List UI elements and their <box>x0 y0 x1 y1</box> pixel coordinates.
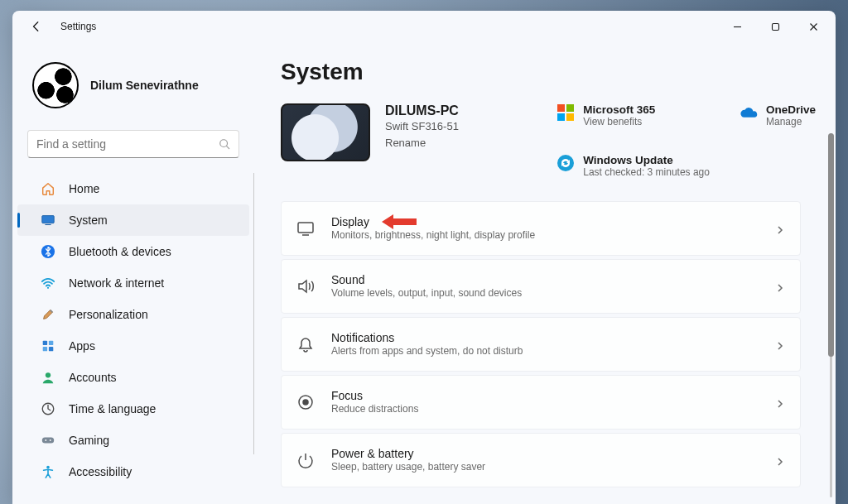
svg-point-1 <box>220 140 228 147</box>
main-scrollbar-thumb[interactable] <box>828 133 834 357</box>
svg-rect-16 <box>557 104 565 112</box>
device-thumbnail[interactable] <box>281 103 370 161</box>
svg-point-23 <box>303 400 308 405</box>
profile-block[interactable]: Dilum Senevirathne <box>12 46 254 127</box>
back-button[interactable] <box>22 12 51 41</box>
device-name: DILUMS-PC <box>385 103 509 118</box>
onedrive-icon <box>740 103 758 122</box>
svg-rect-8 <box>43 347 47 351</box>
sidebar-item-label: Accessibility <box>69 465 132 478</box>
device-model: Swift SF316-51 <box>385 118 509 135</box>
sidebar-item-accessibility[interactable]: Accessibility <box>17 456 249 487</box>
svg-rect-12 <box>42 437 54 443</box>
svg-rect-9 <box>49 347 53 351</box>
focus-icon <box>296 393 315 411</box>
sidebar-item-label: Accounts <box>69 371 117 384</box>
card-display[interactable]: Display Monitors, brightness, night ligh… <box>281 201 801 256</box>
close-button[interactable] <box>794 11 832 42</box>
svg-rect-6 <box>43 341 47 345</box>
sidebar-item-label: Personalization <box>69 308 148 321</box>
card-title: Display <box>331 215 759 228</box>
card-title: Power & battery <box>331 447 759 460</box>
sidebar-item-home[interactable]: Home <box>17 173 249 204</box>
notifications-icon <box>296 335 315 353</box>
profile-name: Dilum Senevirathne <box>90 79 199 92</box>
sidebar-item-network[interactable]: Network & internet <box>17 267 249 299</box>
search-icon <box>219 138 230 150</box>
bluetooth-icon <box>41 244 55 259</box>
card-sub: Monitors, brightness, night light, displ… <box>331 228 759 242</box>
search-box[interactable] <box>27 130 239 158</box>
search-input[interactable] <box>36 137 212 151</box>
chevron-right-icon <box>775 281 785 291</box>
window-title: Settings <box>60 21 96 32</box>
device-text: DILUMS-PC Swift SF316-51 Rename <box>385 103 509 151</box>
card-title: Focus <box>331 389 759 402</box>
windows-update-link[interactable]: Windows Update Last checked: 3 minutes a… <box>556 154 710 178</box>
sidebar-item-personalization[interactable]: Personalization <box>17 299 249 330</box>
card-sub: Alerts from apps and system, do not dist… <box>331 344 759 358</box>
arrow-left-icon <box>31 21 42 32</box>
card-focus[interactable]: Focus Reduce distractions <box>281 375 801 430</box>
onedrive-link[interactable]: OneDrive Manage <box>740 103 816 178</box>
window-controls <box>718 11 832 42</box>
network-icon <box>41 276 55 290</box>
avatar <box>32 62 79 108</box>
card-notifications[interactable]: Notifications Alerts from apps and syste… <box>281 317 801 372</box>
chevron-right-icon <box>775 397 785 407</box>
time-icon <box>41 401 55 416</box>
svg-rect-21 <box>298 223 313 233</box>
minimize-icon <box>733 22 742 31</box>
svg-point-13 <box>45 439 46 441</box>
sidebar-item-gaming[interactable]: Gaming <box>17 425 249 456</box>
card-sub: Reduce distractions <box>331 402 759 416</box>
maximize-button[interactable] <box>756 11 794 42</box>
sidebar-item-time[interactable]: Time & language <box>17 393 249 425</box>
gaming-icon <box>41 433 55 448</box>
promo-title: Windows Update <box>583 154 710 166</box>
maximize-icon <box>771 22 780 31</box>
promo-sub[interactable]: Manage <box>766 116 816 127</box>
sidebar: Dilum Senevirathne Home System Bluet <box>12 42 254 504</box>
sidebar-item-accounts[interactable]: Accounts <box>17 362 249 393</box>
settings-window: Settings Dilum Senevirathne Home <box>12 11 836 504</box>
ms365-icon <box>556 103 575 122</box>
card-sound[interactable]: Sound Volume levels, output, input, soun… <box>281 259 801 314</box>
page-title: System <box>281 59 816 85</box>
svg-rect-18 <box>557 113 565 121</box>
sidebar-item-system[interactable]: System <box>17 204 249 236</box>
close-icon <box>809 22 818 31</box>
sidebar-item-apps[interactable]: Apps <box>17 330 249 362</box>
accounts-icon <box>41 370 55 385</box>
power-icon <box>296 451 315 469</box>
chevron-right-icon <box>775 223 785 233</box>
ms365-link[interactable]: Microsoft 365 View benefits <box>556 103 710 127</box>
svg-rect-19 <box>566 113 574 121</box>
device-info-row: DILUMS-PC Swift SF316-51 Rename Microsof… <box>281 103 816 178</box>
sidebar-nav: Home System Bluetooth & devices Network … <box>12 170 254 504</box>
apps-icon <box>41 338 55 353</box>
sidebar-item-label: Apps <box>69 339 95 353</box>
settings-cards: Display Monitors, brightness, night ligh… <box>281 201 816 487</box>
chevron-right-icon <box>775 339 785 349</box>
sidebar-item-label: System <box>69 214 108 227</box>
promo-title: OneDrive <box>766 103 816 116</box>
promo-title: Microsoft 365 <box>583 103 655 116</box>
svg-rect-2 <box>42 216 54 223</box>
chevron-right-icon <box>775 455 785 465</box>
minimize-button[interactable] <box>718 11 756 42</box>
svg-point-5 <box>47 287 49 289</box>
titlebar: Settings <box>12 11 836 42</box>
body: Dilum Senevirathne Home System Bluet <box>12 42 836 504</box>
device-rename-link[interactable]: Rename <box>385 135 509 151</box>
card-title: Sound <box>331 273 759 286</box>
promo-sub[interactable]: View benefits <box>583 116 655 127</box>
svg-rect-7 <box>49 341 53 345</box>
svg-point-10 <box>46 372 51 377</box>
personalization-icon <box>41 307 55 322</box>
promo-links: Microsoft 365 View benefits Windows Upda… <box>556 103 816 178</box>
home-icon <box>41 181 55 196</box>
card-power[interactable]: Power & battery Sleep, battery usage, ba… <box>281 433 801 487</box>
system-icon <box>41 213 55 228</box>
sidebar-item-bluetooth[interactable]: Bluetooth & devices <box>17 236 249 267</box>
